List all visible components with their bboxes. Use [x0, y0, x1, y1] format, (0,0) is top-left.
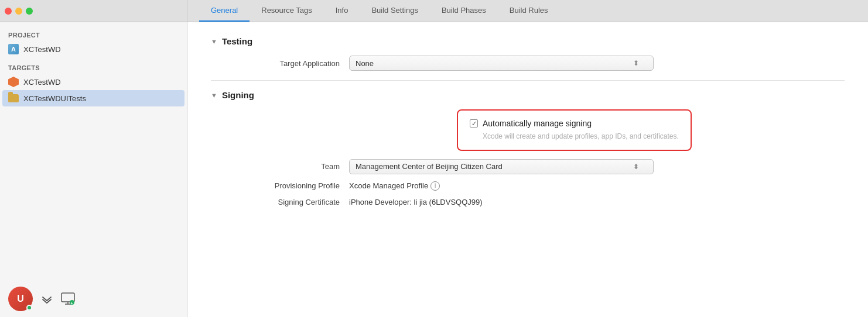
- target-application-row: Target Application None ⬍: [211, 56, 845, 71]
- avatar-container: U: [8, 287, 33, 311]
- testing-triangle-icon[interactable]: ▼: [211, 38, 217, 45]
- tab-bar: General Resource Tags Info Build Setting…: [0, 0, 868, 22]
- target2-icon: [8, 93, 19, 104]
- close-button[interactable]: [5, 8, 12, 15]
- window-controls: [5, 8, 33, 15]
- online-status-dot: [26, 305, 32, 311]
- testing-section-header: ▼ Testing: [211, 36, 845, 46]
- tab-resource-tags[interactable]: Resource Tags: [250, 0, 323, 22]
- auto-manage-label: Automatically manage signing: [483, 119, 592, 128]
- signing-section-title: Signing: [222, 90, 254, 100]
- main-area: PROJECT XCTestWD TARGETS XCTestWD XCTest…: [0, 22, 868, 317]
- provisioning-info-icon[interactable]: i: [430, 181, 440, 191]
- sidebar-item-target2[interactable]: XCTestWDUITests: [2, 90, 184, 106]
- sidebar-bottom: U: [0, 281, 187, 317]
- sidebar-item-target1[interactable]: XCTestWD: [0, 74, 187, 90]
- minimize-button[interactable]: [15, 8, 22, 15]
- project-file-icon: [8, 44, 19, 54]
- auto-manage-desc: Xcode will create and update profiles, a…: [470, 132, 679, 142]
- monitor-icon[interactable]: +: [61, 292, 75, 305]
- team-dropdown[interactable]: Management Center of Beijing Citizen Car…: [349, 159, 654, 174]
- provisioning-label: Provisioning Profile: [223, 181, 340, 190]
- sidebar-item-project[interactable]: XCTestWD: [0, 41, 187, 57]
- team-label: Team: [223, 162, 340, 171]
- auto-manage-checkbox-row: ✓ Automatically manage signing: [470, 119, 679, 128]
- tab-build-phases[interactable]: Build Phases: [430, 0, 498, 22]
- signing-cert-label: Signing Certificate: [223, 198, 340, 206]
- provisioning-row: Provisioning Profile Xcode Managed Profi…: [211, 181, 845, 191]
- team-row: Team Management Center of Beijing Citize…: [211, 159, 845, 174]
- expand-icon[interactable]: [39, 291, 55, 307]
- tab-bar-left: [0, 0, 187, 22]
- target1-label: XCTestWD: [23, 78, 61, 87]
- tab-build-settings[interactable]: Build Settings: [360, 0, 430, 22]
- section-separator: [211, 80, 845, 81]
- project-item-label: XCTestWD: [23, 45, 61, 54]
- checkmark-icon: ✓: [471, 120, 477, 127]
- maximize-button[interactable]: [26, 8, 33, 15]
- team-value: Management Center of Beijing Citizen Car…: [356, 162, 503, 171]
- target1-icon: [8, 77, 19, 87]
- tab-info[interactable]: Info: [324, 0, 360, 22]
- testing-section-title: Testing: [222, 36, 252, 46]
- target-application-value: None: [356, 59, 374, 68]
- red-box-wrapper: ✓ Automatically manage signing Xcode wil…: [340, 109, 692, 159]
- targets-section-label: TARGETS: [0, 62, 187, 74]
- project-section-label: PROJECT: [0, 29, 187, 41]
- svg-text:+: +: [71, 301, 73, 305]
- tab-bar-tabs: General Resource Tags Info Build Setting…: [187, 0, 868, 22]
- tab-build-rules[interactable]: Build Rules: [498, 0, 560, 22]
- target2-label: XCTestWDUITests: [23, 94, 86, 103]
- auto-manage-red-box: ✓ Automatically manage signing Xcode wil…: [457, 109, 692, 151]
- target-application-label: Target Application: [223, 59, 340, 68]
- dropdown-arrows-icon: ⬍: [633, 59, 639, 67]
- signing-cert-value: iPhone Developer: li jia (6LDVSQQJ99): [349, 198, 483, 206]
- signing-triangle-icon[interactable]: ▼: [211, 92, 217, 99]
- signing-section-header: ▼ Signing: [211, 90, 845, 100]
- sidebar: PROJECT XCTestWD TARGETS XCTestWD XCTest…: [0, 22, 187, 317]
- auto-manage-checkbox[interactable]: ✓: [470, 119, 478, 128]
- target-application-dropdown[interactable]: None ⬍: [349, 56, 654, 71]
- team-dropdown-arrows-icon: ⬍: [633, 163, 639, 171]
- provisioning-value: Xcode Managed Profile: [349, 181, 428, 190]
- signing-cert-row: Signing Certificate iPhone Developer: li…: [211, 198, 845, 206]
- tab-general[interactable]: General: [199, 0, 250, 22]
- content-area: ▼ Testing Target Application None ⬍ ▼ Si…: [187, 22, 868, 317]
- signing-auto-manage-container: ✓ Automatically manage signing Xcode wil…: [211, 109, 845, 159]
